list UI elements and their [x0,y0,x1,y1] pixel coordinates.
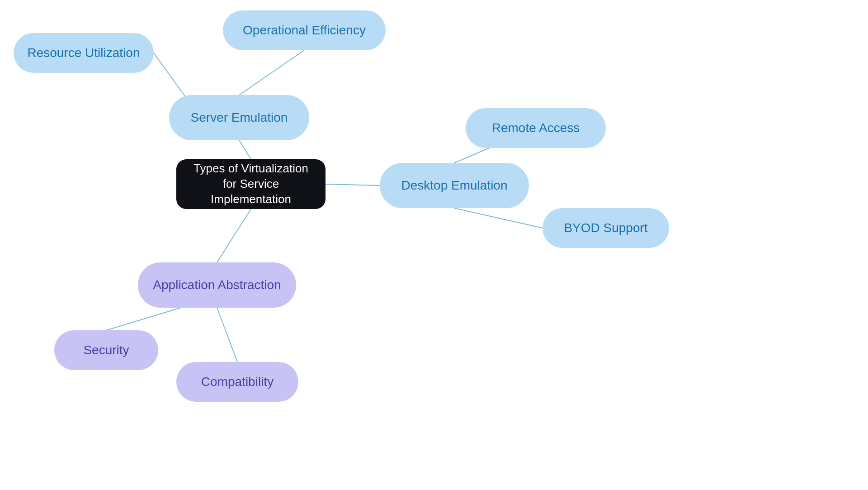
resource-utilization-node[interactable]: Resource Utilization [14,33,154,73]
desktop-emulation-node[interactable]: Desktop Emulation [380,163,529,208]
svg-line-1 [239,50,304,95]
svg-line-7 [106,308,181,330]
application-abstraction-node[interactable]: Application Abstraction [138,262,296,308]
remote-access-node[interactable]: Remote Access [466,108,606,148]
svg-line-0 [239,140,251,159]
center-node[interactable]: Types of Virtualization for Service Impl… [176,159,326,209]
server-emulation-node[interactable]: Server Emulation [169,95,309,140]
svg-line-6 [217,209,251,262]
byod-support-node[interactable]: BYOD Support [542,208,669,248]
compatibility-node[interactable]: Compatibility [176,362,298,402]
security-node[interactable]: Security [54,330,158,370]
connection-lines [0,0,868,490]
operational-efficiency-node[interactable]: Operational Efficiency [223,10,386,50]
svg-line-3 [326,184,380,186]
svg-line-8 [217,308,237,362]
svg-line-5 [454,208,542,228]
